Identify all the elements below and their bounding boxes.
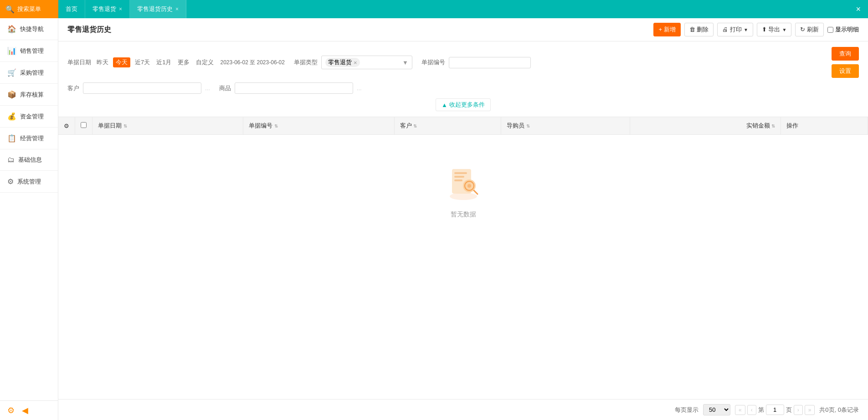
doc-type-select[interactable]: 零售退货 × ▼ (321, 56, 412, 69)
sidebar-item-operations[interactable]: 📋 经营管理 (0, 128, 58, 149)
customer-label: 客户 (67, 84, 79, 92)
svg-line-7 (474, 190, 478, 194)
th-number[interactable]: 单据编号 ⇅ (243, 117, 394, 135)
doc-number-input[interactable] (449, 57, 531, 68)
doc-type-filter-field: 单据类型 零售退货 × ▼ (294, 56, 412, 69)
sidebar-item-finance[interactable]: 💰 资金管理 (0, 106, 58, 128)
page-header: 零售退货历史 + 新增 🗑 删除 🖨 打印 ▼ ⬆ 导出 ▼ ↻ 刷新 显示明细 (58, 18, 868, 41)
svg-rect-4 (454, 179, 462, 181)
date-btn-yesterday[interactable]: 昨天 (95, 57, 110, 67)
sidebar-item-sales[interactable]: 📊 销售管理 (0, 40, 58, 62)
doc-type-tag-remove[interactable]: × (354, 59, 357, 66)
sort-customer-icon[interactable]: ⇅ (413, 123, 417, 128)
goods-dots: ... (357, 85, 362, 92)
search-menu-button[interactable]: 🔍 搜索菜单 (0, 0, 58, 18)
per-page-select[interactable]: 10 20 50 100 (703, 404, 730, 415)
export-button[interactable]: ⬆ 导出 ▼ (757, 23, 792, 36)
next-page-button[interactable]: › (794, 405, 803, 415)
page-label: 第 (758, 406, 764, 414)
page-nav: « ‹ 第 页 › » (735, 405, 815, 415)
sort-guide-icon[interactable]: ⇅ (526, 123, 530, 128)
home-icon: 🏠 (7, 25, 16, 33)
tab-retail-return-history[interactable]: 零售退货历史 × (130, 0, 186, 18)
filter-area: 单据日期 昨天 今天 近7天 近1月 更多 自定义 2023-06-02 至 2… (58, 41, 868, 117)
sidebar-item-system[interactable]: ⚙ 系统管理 (0, 171, 58, 193)
content-area: 零售退货历史 + 新增 🗑 删除 🖨 打印 ▼ ⬆ 导出 ▼ ↻ 刷新 显示明细 (58, 18, 868, 420)
th-checkbox[interactable] (75, 117, 92, 135)
system-icon: ⚙ (7, 177, 14, 186)
svg-rect-3 (454, 176, 464, 178)
sidebar-item-inventory[interactable]: 📦 库存核算 (0, 84, 58, 106)
doc-type-tag: 零售退货 × (325, 58, 360, 67)
delete-button[interactable]: 🗑 删除 (684, 23, 714, 36)
goods-input[interactable] (235, 82, 353, 94)
print-button[interactable]: 🖨 打印 ▼ (717, 23, 753, 36)
sort-number-icon[interactable]: ⇅ (274, 123, 278, 128)
close-tab-retail-return-history[interactable]: × (175, 6, 179, 12)
sidebar-item-quick-nav[interactable]: 🏠 快捷导航 (0, 18, 58, 40)
tab-retail-return[interactable]: 零售退货 × (85, 0, 130, 18)
collapse-sidebar-icon[interactable]: ◀ (22, 405, 28, 415)
sales-icon: 📊 (7, 46, 16, 55)
settings-icon[interactable]: ⚙ (7, 405, 15, 415)
date-btn-more[interactable]: 更多 (176, 57, 191, 67)
page-title: 零售退货历史 (67, 25, 111, 35)
purchase-icon: 🛒 (7, 68, 16, 77)
show-detail-checkbox[interactable] (827, 27, 833, 33)
sort-amount-icon[interactable]: ⇅ (771, 123, 775, 128)
finance-icon: 💰 (7, 112, 16, 121)
sidebar-item-basic-info[interactable]: 🗂 基础信息 (0, 149, 58, 171)
date-range-display: 2023-06-02 至 2023-06-02 (220, 59, 284, 67)
sidebar: 🏠 快捷导航 📊 销售管理 🛒 采购管理 📦 库存核算 💰 资金管理 📋 经营管… (0, 18, 58, 420)
page-suffix: 页 (786, 406, 792, 414)
customer-filter-field: 客户 ... (67, 82, 210, 94)
date-btn-custom[interactable]: 自定义 (194, 57, 216, 67)
show-detail-checkbox-label[interactable]: 显示明细 (827, 26, 859, 34)
query-button[interactable]: 查询 (832, 47, 859, 61)
add-button[interactable]: + 新增 (653, 23, 680, 36)
top-bar: 🔍 搜索菜单 首页 零售退货 × 零售退货历史 × × (0, 0, 868, 18)
set-button[interactable]: 设置 (832, 64, 859, 78)
data-table: ⚙ 单据日期 ⇅ 单据编号 ⇅ (58, 117, 868, 135)
sidebar-item-purchase[interactable]: 🛒 采购管理 (0, 62, 58, 84)
page-input[interactable] (766, 405, 784, 415)
tab-home[interactable]: 首页 (58, 0, 85, 18)
settings-col-icon[interactable]: ⚙ (64, 123, 69, 129)
inventory-icon: 📦 (7, 90, 16, 99)
prev-page-button[interactable]: ‹ (747, 405, 756, 415)
sort-date-icon[interactable]: ⇅ (123, 123, 127, 128)
doc-type-dropdown-icon: ▼ (402, 59, 408, 66)
svg-rect-2 (454, 172, 467, 174)
empty-text: 暂无数据 (451, 210, 476, 219)
th-guide[interactable]: 导购员 ⇅ (501, 117, 630, 135)
select-all-checkbox[interactable] (81, 122, 87, 128)
window-close-button[interactable]: × (848, 5, 868, 14)
date-btn-7days[interactable]: 近7天 (133, 57, 152, 67)
th-settings[interactable]: ⚙ (58, 117, 75, 135)
sidebar-bottom: ⚙ ◀ (0, 400, 58, 420)
filter-row-2: 客户 ... 商品 ... (67, 82, 859, 94)
th-customer[interactable]: 客户 ⇅ (394, 117, 501, 135)
svg-point-8 (467, 184, 471, 188)
th-amount[interactable]: 实销金额 ⇅ (630, 117, 781, 135)
th-date[interactable]: 单据日期 ⇅ (92, 117, 243, 135)
refresh-button[interactable]: ↻ 刷新 (795, 23, 824, 36)
empty-icon (443, 162, 484, 203)
collapse-filters-button[interactable]: ▲ 收起更多条件 (436, 98, 491, 111)
last-page-button[interactable]: » (805, 405, 815, 415)
operations-icon: 📋 (7, 134, 16, 143)
date-btn-today[interactable]: 今天 (113, 57, 130, 67)
goods-label: 商品 (219, 84, 231, 92)
date-btn-1month[interactable]: 近1月 (154, 57, 173, 67)
table-header-row: ⚙ 单据日期 ⇅ 单据编号 ⇅ (58, 117, 868, 135)
empty-state: 暂无数据 (58, 135, 868, 246)
doc-type-label: 单据类型 (294, 58, 318, 67)
toolbar: + 新增 🗑 删除 🖨 打印 ▼ ⬆ 导出 ▼ ↻ 刷新 显示明细 (653, 23, 859, 36)
date-filter-label: 单据日期 (67, 58, 91, 67)
close-tab-retail-return[interactable]: × (119, 6, 122, 12)
print-dropdown-icon: ▼ (744, 27, 748, 32)
first-page-button[interactable]: « (735, 405, 745, 415)
info-icon: 🗂 (7, 156, 15, 164)
customer-input[interactable] (83, 82, 201, 94)
date-filter-options: 昨天 今天 近7天 近1月 更多 自定义 2023-06-02 至 2023-0… (95, 57, 285, 67)
